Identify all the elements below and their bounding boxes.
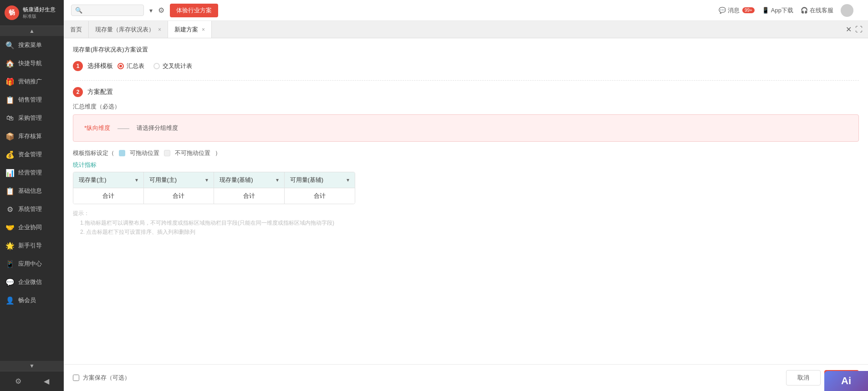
sales-icon: 📋 <box>5 95 15 104</box>
purchase-icon: 🛍 <box>5 113 15 123</box>
member-icon: 👤 <box>5 296 15 305</box>
stats-section-label: 统计指标 <box>73 161 859 169</box>
stats-col-3-header[interactable]: 现存量(基辅) ▾ <box>214 172 285 188</box>
sidebar-item-finance[interactable]: 💰 资金管理 <box>0 145 64 164</box>
tabs-expand-btn[interactable]: ⛶ <box>855 26 863 34</box>
sidebar-item-enterprise[interactable]: 🤝 企业协同 <box>0 218 64 237</box>
tab-inventory-close[interactable] <box>158 26 161 33</box>
enterprise-icon: 🤝 <box>5 223 15 232</box>
sidebar-item-quick-nav[interactable]: 🏠 快捷导航 <box>0 54 64 72</box>
sidebar-logo: 畅 畅康通好生意 标准版 <box>0 0 64 26</box>
dimension-label: 汇总维度（必选） <box>73 103 859 111</box>
sidebar-item-enterprise-wechat[interactable]: 💬 企业微信 <box>0 273 64 291</box>
tips-item-1: 1.拖动标题栏可以调整布局，不可跨维度或指标区域拖动栏目字段(只能在同一维度或指… <box>73 219 859 227</box>
app-download-icon: 📱 <box>762 7 769 14</box>
sidebar-item-marketing[interactable]: 🎁 营销推广 <box>0 72 64 91</box>
section-choose-template: 1 选择模板 汇总表 交叉统计表 <box>73 61 859 71</box>
sidebar-bottom: ⚙ ◀ <box>0 371 64 391</box>
ai-badge[interactable]: Ai <box>824 371 868 391</box>
col-2-dropdown-icon[interactable]: ▾ <box>205 177 208 183</box>
messages-btn[interactable]: 💬 消息 99+ <box>719 6 755 15</box>
sidebar-item-inventory[interactable]: 📦 库存核算 <box>0 127 64 145</box>
app-logo-text: 畅康通好生意 标准版 <box>23 6 56 20</box>
tab-new-scheme-close[interactable] <box>202 26 205 33</box>
save-checkbox[interactable] <box>73 375 79 381</box>
sidebar-item-app-center[interactable]: 📱 应用中心 <box>0 255 64 273</box>
basic-info-icon: 📋 <box>5 186 15 196</box>
system-icon: ⚙ <box>5 205 15 214</box>
dimension-area[interactable]: *纵向维度 —— 请选择分组维度 <box>73 114 859 142</box>
operations-icon: 📊 <box>5 168 15 177</box>
tips-title: 提示： <box>73 210 859 217</box>
content-area: 现存量(库存状况表)方案设置 1 选择模板 汇总表 交叉统计表 <box>64 38 868 364</box>
radio-summary[interactable]: 汇总表 <box>117 62 144 70</box>
sidebar-item-purchase[interactable]: 🛍 采购管理 <box>0 109 64 127</box>
col-1-dropdown-icon[interactable]: ▾ <box>135 177 138 183</box>
avatar[interactable] <box>841 4 853 17</box>
dimension-dash: —— <box>117 125 129 132</box>
gift-icon: 🎁 <box>5 77 15 86</box>
stats-table: 现存量(主) ▾ 可用量(主) ▾ 现存量(基辅) ▾ 可用量(基辅) <box>73 172 355 204</box>
service-icon: 🎧 <box>801 7 808 14</box>
radio-cross-dot <box>153 63 160 69</box>
stats-col-4-header[interactable]: 可用量(基辅) ▾ <box>285 172 355 188</box>
section1-header: 1 选择模板 汇总表 交叉统计表 <box>73 61 859 71</box>
wechat-icon: 💬 <box>5 278 15 287</box>
radio-summary-dot <box>117 63 124 69</box>
trial-btn[interactable]: 体验行业方案 <box>170 4 218 17</box>
sidebar-scroll-down[interactable]: ▼ <box>0 361 64 371</box>
sidebar-item-sales[interactable]: 📋 销售管理 <box>0 91 64 109</box>
inventory-icon: 📦 <box>5 132 15 141</box>
messages-icon: 💬 <box>719 7 726 14</box>
indicator-label: 模板指标设定（ 可拖动位置 不可拖动位置 ） <box>73 149 859 157</box>
stats-cell-3: 合计 <box>214 188 285 204</box>
page-title: 现存量(库存状况表)方案设置 <box>73 46 859 54</box>
topbar-search-box[interactable]: 🔍 <box>71 5 144 16</box>
sidebar-scroll-up[interactable]: ▲ <box>0 26 64 36</box>
tab-new-scheme[interactable]: 新建方案 <box>168 21 212 38</box>
indicator-section: 模板指标设定（ 可拖动位置 不可拖动位置 ） 统计指标 现存量(主) ▾ <box>73 149 859 204</box>
draggable-badge <box>119 150 125 156</box>
search-dropdown-btn[interactable] <box>149 7 153 14</box>
messages-badge: 99+ <box>742 7 755 13</box>
tabs-collapse-btn[interactable]: ✕ <box>846 25 852 34</box>
footer: 方案保存（可选） 取消 查询 <box>64 364 868 391</box>
section2-title: 方案配置 <box>87 88 113 96</box>
tips-section: 提示： 1.拖动标题栏可以调整布局，不可跨维度或指标区域拖动栏目字段(只能在同一… <box>73 210 859 236</box>
tab-inventory[interactable]: 现存量（库存状况表） <box>89 21 168 38</box>
topbar-right: 💬 消息 99+ 📱 App下载 🎧 在线客服 <box>719 4 861 17</box>
section1-number: 1 <box>73 61 83 71</box>
search-icon: 🔍 <box>5 41 15 50</box>
sidebar-item-new-guide[interactable]: 🌟 新手引导 <box>0 237 64 255</box>
section1-title: 选择模板 <box>87 62 113 70</box>
section-scheme-config: 2 方案配置 汇总维度（必选） *纵向维度 —— 请选择分组维度 模板指标设定（… <box>73 87 859 236</box>
main-content: 🔍 ⚙ 体验行业方案 💬 消息 99+ 📱 App下载 🎧 在线客服 <box>64 0 868 391</box>
radio-cross[interactable]: 交叉统计表 <box>153 62 192 70</box>
sidebar-item-member[interactable]: 👤 畅会员 <box>0 291 64 309</box>
tabs-bar: 首页 现存量（库存状况表） 新建方案 ✕ ⛶ <box>64 21 868 38</box>
search-input[interactable] <box>85 7 131 14</box>
col-4-dropdown-icon[interactable]: ▾ <box>347 177 349 183</box>
tab-home[interactable]: 首页 <box>64 21 89 38</box>
sidebar-item-system[interactable]: ⚙ 系统管理 <box>0 200 64 218</box>
sidebar: 畅 畅康通好生意 标准版 ▲ 🔍 搜索菜单 🏠 快捷导航 🎁 营销推广 📋 销售… <box>0 0 64 391</box>
sidebar-item-search-menu[interactable]: 🔍 搜索菜单 <box>0 36 64 54</box>
app-center-icon: 📱 <box>5 259 15 268</box>
col-3-dropdown-icon[interactable]: ▾ <box>276 177 279 183</box>
stats-table-body: 合计 合计 合计 合计 <box>73 188 355 204</box>
section2-number: 2 <box>73 87 83 97</box>
cancel-button[interactable]: 取消 <box>786 370 821 386</box>
app-download-btn[interactable]: 📱 App下载 <box>762 6 793 15</box>
search-magnifier-icon: 🔍 <box>75 7 82 14</box>
stats-cell-1: 合计 <box>73 188 144 204</box>
online-service-btn[interactable]: 🎧 在线客服 <box>801 6 833 15</box>
sidebar-item-basic-info[interactable]: 📋 基础信息 <box>0 182 64 200</box>
guide-icon: 🌟 <box>5 241 15 250</box>
sidebar-collapse-btn[interactable]: ◀ <box>42 375 51 387</box>
topbar-gear-icon[interactable]: ⚙ <box>158 6 164 15</box>
tips-item-2: 2. 点击标题栏下拉可设置排序、插入列和删除列 <box>73 228 859 236</box>
sidebar-item-operations[interactable]: 📊 经营管理 <box>0 164 64 182</box>
stats-col-2-header[interactable]: 可用量(主) ▾ <box>144 172 214 188</box>
sidebar-settings-btn[interactable]: ⚙ <box>13 375 23 387</box>
stats-col-1-header[interactable]: 现存量(主) ▾ <box>73 172 144 188</box>
